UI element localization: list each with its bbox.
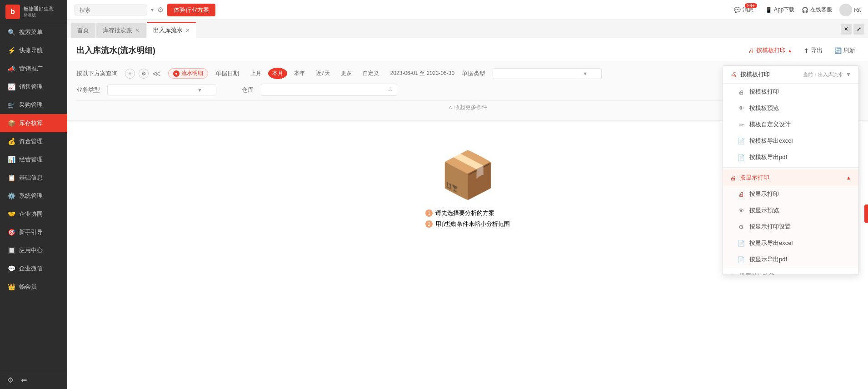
template-print-label: 按模板打印	[756, 46, 786, 55]
customer-service-button[interactable]: 🎧 在线客服	[802, 6, 832, 14]
biz-type-chevron: ▼	[197, 87, 202, 93]
right-edge-handle[interactable]	[864, 204, 868, 223]
tab-in-out-flow-close[interactable]: ✕	[185, 27, 190, 34]
app-download-label: App下载	[774, 6, 794, 14]
step-number-2: 2	[425, 220, 433, 228]
template-pdf-item-label: 按模板导出pdf	[749, 153, 787, 161]
dropdown-header-chevron[interactable]: ▼	[846, 71, 851, 78]
step-number-1: 1	[425, 209, 433, 217]
topbar-gear-icon[interactable]: ⚙	[157, 5, 164, 14]
empty-step-1: 1 请先选择要分析的方案	[425, 209, 509, 217]
tab-home-label: 首页	[77, 26, 89, 35]
message-button[interactable]: 💬 消息 99+	[734, 6, 753, 14]
empty-step-2: 2 用[过滤]条件来缩小分析范围	[425, 220, 509, 228]
sidebar-item-operation[interactable]: 📊 经营管理	[0, 150, 67, 169]
dropdown-item-template-export-pdf[interactable]: 📄 按模板导出pdf	[723, 149, 858, 165]
headset-icon: 🎧	[802, 7, 808, 13]
date-btn-this-month[interactable]: 本月	[268, 68, 287, 79]
guide-icon: 🎯	[7, 228, 15, 236]
sidebar-item-marketing[interactable]: 📣 营销推广	[0, 60, 67, 78]
page-header: 出入库流水(流水明细) 🖨 按模板打印 ▲ ⬆ 导出 🔄 刷新	[67, 38, 868, 61]
system-icon: ⚙️	[7, 192, 15, 200]
sidebar-item-finance[interactable]: 💰 资金管理	[0, 132, 67, 150]
sidebar-item-label: 企业微信	[19, 264, 43, 273]
sidebar-item-label: 企业协同	[19, 210, 43, 218]
sidebar-item-purchase[interactable]: 🛒 采购管理	[0, 96, 67, 114]
sidebar-item-search[interactable]: 🔍 搜索菜单	[0, 23, 67, 41]
date-btn-last-month[interactable]: 上月	[246, 68, 265, 79]
display-settings-item-label: 按显示打印设置	[749, 223, 791, 231]
dropdown-display-print-header[interactable]: 🖨 按显示打印 ▲	[723, 170, 858, 186]
dropdown-item-display-export-pdf[interactable]: 📄 按显示导出pdf	[723, 251, 858, 268]
date-btn-more[interactable]: 更多	[337, 68, 356, 79]
sidebar-item-wechat[interactable]: 💬 企业微信	[0, 259, 67, 278]
app-logo: b 畅捷通好生意 标准版	[0, 0, 67, 23]
tab-in-out-flow[interactable]: 出入库流水 ✕	[147, 22, 196, 38]
sidebar-item-quick-nav[interactable]: ⚡ 快捷导航	[0, 41, 67, 60]
sidebar-item-inventory[interactable]: 📦 库存核算	[0, 114, 67, 132]
tab-batch-account-close[interactable]: ✕	[135, 27, 140, 34]
logo-icon: b	[5, 5, 20, 19]
tabs-expand-btn[interactable]: ⤢	[853, 24, 864, 35]
display-print-item-label: 按显示打印	[749, 190, 779, 198]
dropdown-item-display-print-settings[interactable]: ⚙ 按显示打印设置	[723, 219, 858, 235]
sidebar-item-apps[interactable]: 🔲 应用中心	[0, 241, 67, 259]
date-btn-this-year[interactable]: 本年	[290, 68, 309, 79]
biz-type-select[interactable]: ▼	[107, 85, 216, 95]
footer-icon: ⚙	[730, 273, 736, 275]
dropdown-item-template-print[interactable]: 🖨 按模板打印	[723, 84, 858, 100]
step-text-1: 请先选择要分析的方案	[435, 209, 494, 217]
sidebar-bottom: ⚙ ⬅	[0, 371, 67, 389]
customer-service-label: 在线客服	[810, 6, 832, 14]
sidebar-item-basic[interactable]: 📋 基础信息	[0, 169, 67, 187]
collapse-sidebar-icon[interactable]: ⬅	[21, 376, 27, 384]
dropdown-item-template-export-excel[interactable]: 📄 按模板导出excel	[723, 133, 858, 149]
filter-settings-button[interactable]: ⚙	[139, 69, 149, 79]
export-button[interactable]: ⬆ 导出	[800, 45, 826, 56]
display-settings-item-icon: ⚙	[738, 223, 745, 230]
sidebar-item-sales[interactable]: 📈 销售管理	[0, 78, 67, 96]
sidebar-item-label: 营销推广	[19, 65, 43, 73]
sidebar-item-label: 快捷导航	[19, 46, 43, 55]
topbar-right: 💬 消息 99+ 📱 App下载 🎧 在线客服 Rit	[734, 4, 861, 16]
warehouse-label: 仓库	[242, 86, 254, 94]
dropdown-item-template-customize[interactable]: ✏ 模板自定义设计	[723, 116, 858, 133]
add-icon: +	[128, 70, 132, 77]
dropdown-item-display-preview[interactable]: 👁 按显示预览	[723, 202, 858, 219]
collapse-button[interactable]: ∧ 收起更多条件	[448, 104, 487, 110]
warehouse-more-icon: ···	[387, 86, 392, 93]
settings-icon[interactable]: ⚙	[7, 376, 14, 384]
footer-chevron: ▼	[846, 274, 851, 274]
filter-collapse-button[interactable]: ≪	[152, 69, 161, 79]
tabs-close-btn[interactable]: ✕	[841, 24, 852, 35]
template-print-button[interactable]: 🖨 按模板打印 ▲	[745, 45, 796, 56]
dropdown-item-display-export-excel[interactable]: 📄 按显示导出excel	[723, 235, 858, 251]
app-download-button[interactable]: 📱 App下载	[765, 6, 794, 14]
lightning-icon: ⚡	[7, 46, 15, 55]
tab-home[interactable]: 首页	[71, 23, 95, 38]
dropdown-item-display-print[interactable]: 🖨 按显示打印	[723, 186, 858, 202]
doc-type-select[interactable]: ▼	[493, 68, 602, 79]
dropdown-item-template-preview[interactable]: 👁 按模板预览	[723, 100, 858, 116]
sidebar-item-system[interactable]: ⚙️ 系统管理	[0, 187, 67, 205]
page-title: 出入库流水(流水明细)	[76, 45, 155, 56]
user-menu[interactable]: Rit	[839, 4, 861, 16]
refresh-button[interactable]: 🔄 刷新	[831, 45, 859, 56]
sidebar-item-member[interactable]: 👑 畅会员	[0, 278, 67, 296]
date-btn-7days[interactable]: 近7天	[312, 68, 334, 79]
warehouse-input[interactable]: ···	[261, 84, 397, 96]
sidebar-item-guide[interactable]: 🎯 新手引导	[0, 223, 67, 241]
template-print-item-label: 按模板打印	[749, 88, 779, 96]
doc-type-label: 单据类型	[462, 70, 485, 78]
tab-batch-account[interactable]: 库存批次账 ✕	[96, 23, 146, 38]
display-print-section-icon: 🖨	[730, 175, 736, 181]
dropdown-footer[interactable]: ⚙ 设置默认功能 ▼	[723, 268, 858, 274]
topbar-search-dropdown[interactable]: ▾	[151, 7, 154, 13]
date-range-display: 2023-06-01 至 2023-06-30	[390, 70, 454, 77]
filter-add-button[interactable]: +	[125, 69, 135, 79]
sidebar-item-cooperation[interactable]: 🤝 企业协同	[0, 205, 67, 223]
topbar-search-input[interactable]	[75, 5, 147, 15]
trial-button[interactable]: 体验行业方案	[167, 4, 215, 16]
purchase-icon: 🛒	[7, 101, 15, 109]
date-btn-custom[interactable]: 自定义	[359, 68, 383, 79]
